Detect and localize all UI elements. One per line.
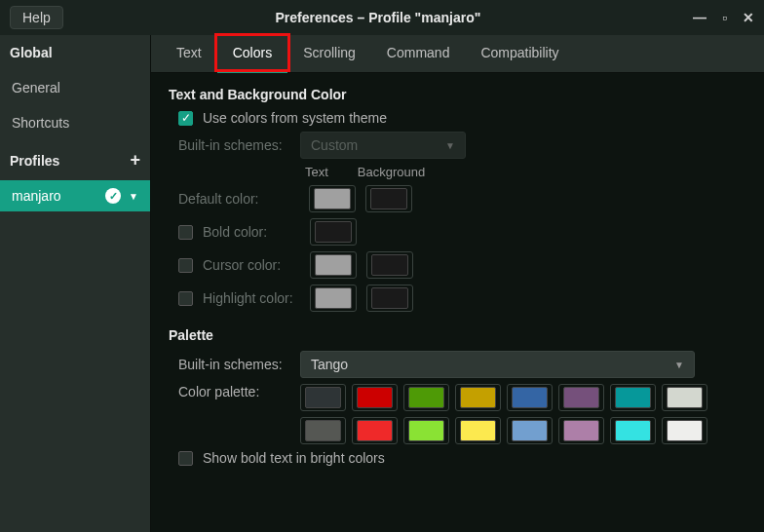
use-system-theme-label: Use colors from system theme [203,110,387,126]
palette-swatch-6[interactable] [615,387,651,408]
palette-swatch-0[interactable] [305,387,341,408]
sidebar-item-shortcuts[interactable]: Shortcuts [0,105,150,140]
tab-bar: Text Colors Scrolling Command Compatibil… [151,35,764,73]
close-icon[interactable]: ✕ [743,10,754,25]
palette-builtin-select[interactable]: Tango ▼ [300,351,695,378]
palette-grid [300,384,707,444]
palette-swatch-2[interactable] [408,387,444,408]
tab-colors[interactable]: Colors [217,35,287,73]
tab-compatibility[interactable]: Compatibility [465,35,574,72]
palette-swatch-5[interactable] [563,387,599,408]
color-palette-label: Color palette: [178,384,290,399]
default-bg-swatch[interactable] [370,188,407,209]
palette-swatch-12[interactable] [512,420,548,441]
palette-swatch-4[interactable] [512,387,548,408]
section-text-bg-title: Text and Background Color [169,87,746,102]
builtin-schemes-value: Custom [311,137,358,153]
palette-swatch-3[interactable] [460,387,496,408]
window-title: Preferences – Profile "manjaro" [63,10,693,25]
highlight-color-label: Highlight color: [203,290,300,306]
col-header-bg: Background [358,165,425,179]
highlight-text-swatch[interactable] [315,287,352,309]
palette-builtin-value: Tango [311,357,348,372]
cursor-text-swatch[interactable] [315,254,352,276]
palette-swatch-7[interactable] [667,387,703,408]
tab-scrolling[interactable]: Scrolling [287,35,371,72]
show-bold-bright-checkbox[interactable] [178,451,193,466]
sidebar: Global General Shortcuts Profiles + manj… [0,35,151,532]
sidebar-item-general[interactable]: General [0,70,150,105]
builtin-schemes-select[interactable]: Custom ▼ [300,132,466,159]
default-color-label: Default color: [178,191,299,207]
sidebar-profiles-header: Profiles + [0,140,150,180]
sidebar-global-header: Global [0,35,150,70]
palette-swatch-9[interactable] [357,420,393,441]
tab-text[interactable]: Text [161,35,217,72]
palette-builtin-label: Built-in schemes: [178,357,290,372]
cursor-color-checkbox[interactable] [178,258,193,273]
palette-swatch-15[interactable] [667,420,703,441]
tab-colors-label: Colors [233,45,272,60]
highlight-color-checkbox[interactable] [178,291,193,306]
bold-color-label: Bold color: [203,224,300,240]
palette-swatch-13[interactable] [563,420,599,441]
bold-text-swatch[interactable] [315,221,352,243]
titlebar: Help Preferences – Profile "manjaro" — ▫… [0,0,764,35]
default-text-swatch[interactable] [314,188,351,209]
palette-swatch-8[interactable] [305,420,341,441]
chevron-down-icon: ▼ [445,140,455,151]
palette-swatch-14[interactable] [615,420,651,441]
cursor-color-label: Cursor color: [203,257,300,273]
sidebar-profile-manjaro[interactable]: manjaro ✓ ▼ [0,180,150,211]
section-palette-title: Palette [169,327,746,343]
add-profile-icon[interactable]: + [130,150,140,171]
minimize-icon[interactable]: — [693,10,707,25]
palette-swatch-10[interactable] [408,420,444,441]
maximize-icon[interactable]: ▫ [722,10,727,25]
help-button[interactable]: Help [10,6,63,29]
content: Text and Background Color ✓ Use colors f… [151,73,764,532]
palette-swatch-1[interactable] [357,387,393,408]
use-system-theme-checkbox[interactable]: ✓ [178,111,193,126]
chevron-down-icon[interactable]: ▼ [129,191,138,202]
tab-command[interactable]: Command [371,35,466,72]
builtin-schemes-label: Built-in schemes: [178,137,290,153]
palette-swatch-11[interactable] [460,420,496,441]
col-header-text: Text [305,165,328,179]
profile-name: manjaro [12,188,97,204]
chevron-down-icon: ▼ [674,360,684,370]
cursor-bg-swatch[interactable] [371,254,408,276]
highlight-bg-swatch[interactable] [371,287,408,309]
check-circle-icon: ✓ [105,188,121,204]
profiles-label: Profiles [10,153,59,169]
bold-color-checkbox[interactable] [178,225,193,240]
show-bold-bright-label: Show bold text in bright colors [203,450,385,466]
